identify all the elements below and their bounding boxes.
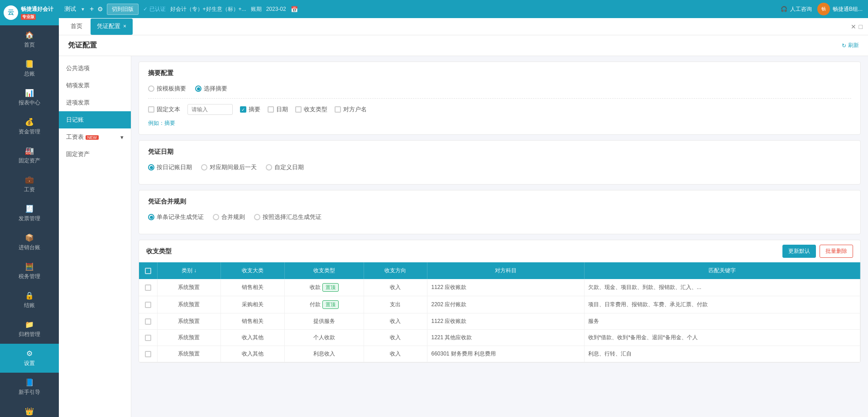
row-account: 660301 财务费用 利息费用 [427,346,584,362]
left-nav-public[interactable]: 公共选项 [59,60,131,77]
income-expense-section: 收支类型 更新默认 批量删除 类别 ↓ [139,240,861,363]
ledger-icon: 📒 [25,60,34,68]
sidebar-item-invoice[interactable]: 🧾 发票管理 [0,199,59,228]
refresh-button[interactable]: ↻ 刷新 [842,42,859,49]
merge-rule-radio-circle [213,214,219,220]
add-icon[interactable]: + [90,5,94,13]
row-checkbox-cell[interactable] [139,330,157,346]
journal-date-radio[interactable]: 按日记账日期 [148,163,192,171]
row-checkbox[interactable] [145,318,151,325]
col-keywords: 匹配关键字 [584,262,860,279]
user-menu[interactable]: 畅 畅捷通B组... [817,3,863,15]
row-direction: 收入 [364,279,427,296]
row-checkbox-cell[interactable] [139,296,157,313]
consult-button[interactable]: 🎧 人工咨询 [781,5,812,13]
col-category: 类别 ↓ [157,262,221,279]
row-checkbox[interactable] [145,335,151,341]
date-checkbox[interactable]: 日期 [268,105,288,114]
sidebar-item-label: 归档管理 [19,331,40,338]
type-tag: 置顶 [322,300,339,309]
switch-version-button[interactable]: 切到旧版 [107,4,139,15]
summary-section-title: 摘要配置 [148,69,851,77]
select-summary-radio[interactable]: 选择摘要 [195,85,227,93]
row-major-type: 收入其他 [221,330,285,346]
period-last-radio-circle [201,164,207,171]
row-type: 利息收入 [285,346,364,362]
home-icon: 🏠 [25,31,34,39]
left-nav-fixed-asset[interactable]: 固定资产 [59,146,131,163]
archive-icon: 📁 [25,320,34,329]
sidebar-item-settings[interactable]: ⚙ 设置 [0,344,59,373]
custom-date-radio[interactable]: 自定义日期 [266,163,304,171]
payment-type-checkbox[interactable]: 收支类型 [295,105,327,114]
col-checkbox[interactable] [139,262,157,279]
tabbar: 首页 凭证配置 × ✕ □ [59,18,868,35]
template-radio-circle [148,85,154,92]
merge-rule-radio[interactable]: 合并规则 [213,213,245,221]
close-period-icon: 🔒 [25,291,34,300]
template-summary-radio[interactable]: 按模板摘要 [148,85,186,93]
period-last-radio[interactable]: 对应期间最后一天 [201,163,257,171]
sidebar-item-fixed-assets[interactable]: 🏭 固定资产 [0,141,59,170]
window-close-icon[interactable]: ✕ [851,23,856,30]
row-category: 系统预置 [157,330,221,346]
gear-icon[interactable]: ⚙ [97,5,103,13]
window-maximize-icon[interactable]: □ [859,23,863,30]
sidebar-item-label: 结账 [24,302,35,309]
sidebar-item-payroll[interactable]: 💼 工资 [0,170,59,199]
row-checkbox[interactable] [145,302,151,308]
fixed-text-input[interactable] [187,104,233,115]
content-area: 凭证配置 ↻ 刷新 公共选项 销项发票 进项发票 日记账 [59,35,868,417]
sidebar-item-close[interactable]: 🔒 结账 [0,286,59,315]
guide-icon: 📘 [25,378,34,387]
sidebar-item-purchase[interactable]: 📦 进销台账 [0,228,59,257]
main-area: 测试 ▼ + ⚙ 切到旧版 ✓ 已认证 好会计（专）+好生意（标）+... 账期… [59,0,868,417]
fixed-text-checkbox[interactable]: 固定文本 [148,105,180,114]
left-nav-purchase-invoice[interactable]: 进项发票 [59,94,131,111]
counterpart-checkbox[interactable]: 对方户名 [335,105,367,114]
fixed-text-cb-box [148,106,154,113]
row-keywords: 利息、行转、汇自 [584,346,860,362]
sidebar-item-archive[interactable]: 📁 归档管理 [0,315,59,344]
left-nav-journal[interactable]: 日记账 [59,111,131,128]
row-checkbox-cell[interactable] [139,313,157,330]
income-expense-table: 类别 ↓ 收支大类 收支类型 收支方向 对方科目 匹配关键字 系统预置 [139,262,860,362]
row-account: 1221 其他应收款 [427,330,584,346]
single-record-radio[interactable]: 单条记录生成凭证 [148,213,204,221]
income-expense-title: 收支类型 [146,247,172,256]
sidebar-item-reports[interactable]: 📊 报表中心 [0,83,59,112]
right-content: 摘要配置 按模板摘要 选择摘要 [131,56,868,417]
row-checkbox-cell[interactable] [139,346,157,362]
row-direction: 收入 [364,346,427,362]
table-header: 类别 ↓ 收支大类 收支类型 收支方向 对方科目 匹配关键字 [139,262,860,279]
row-type: 提供服务 [285,313,364,330]
tab-close-icon[interactable]: × [123,23,126,29]
tab-voucher-config[interactable]: 凭证配置 × [91,19,133,35]
counterpart-cb-box [335,106,341,113]
summary-checkbox[interactable]: ✓ 摘要 [240,105,260,114]
update-default-button[interactable]: 更新默认 [782,245,816,258]
sidebar-item-guide[interactable]: 📘 新手引导 [0,373,59,402]
batch-delete-button[interactable]: 批量删除 [820,245,853,258]
row-keywords: 服务 [584,313,860,330]
sidebar-item-home[interactable]: 🏠 首页 [0,25,59,54]
row-checkbox[interactable] [145,351,151,357]
period-value: 2023-02 [266,6,286,12]
left-nav-payroll[interactable]: 工资表 NEW ▾ [59,128,131,146]
calendar-icon[interactable]: 📅 [291,6,298,13]
invoice-icon: 🧾 [25,204,34,213]
sidebar-item-member[interactable]: 👑 畅会员 [0,402,59,417]
row-type: 个人收款 [285,330,364,346]
sidebar-item-funds[interactable]: 💰 资金管理 [0,112,59,141]
sidebar-item-ledger[interactable]: 📒 总账 [0,54,59,83]
tab-home[interactable]: 首页 [64,19,89,35]
app-logo: 云 畅捷通好会计 专业版 [0,0,59,25]
row-checkbox-cell[interactable] [139,279,157,296]
summary-gen-radio[interactable]: 按照选择汇总生成凭证 [254,213,321,221]
table-row: 系统预置 销售相关 提供服务 收入 1122 应收账款 服务 [139,313,860,330]
select-all-checkbox[interactable] [145,268,151,274]
left-nav-sales-invoice[interactable]: 销项发票 [59,77,131,94]
row-checkbox[interactable] [145,284,151,291]
company-dropdown-icon[interactable]: ▼ [81,7,85,12]
sidebar-item-tax[interactable]: 🧮 税务管理 [0,257,59,286]
